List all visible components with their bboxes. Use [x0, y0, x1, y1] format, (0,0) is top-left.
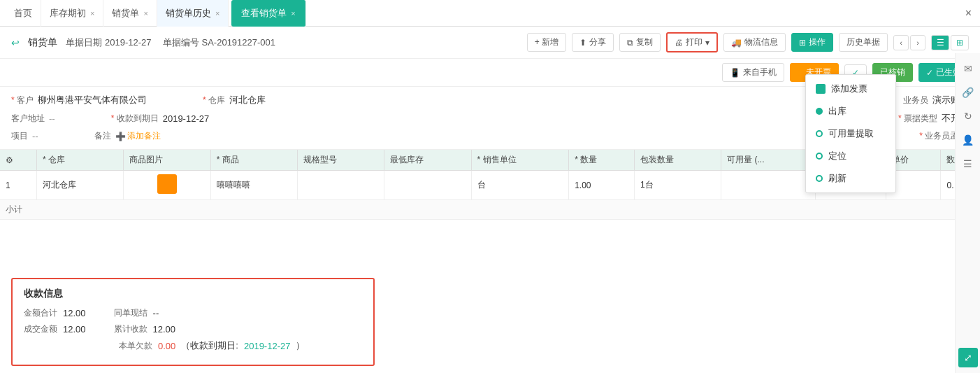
grid-view-button[interactable]: ⊞: [951, 35, 969, 50]
payment-info-border: 收款信息 金额合计 12.00 同单现结 -- 成交金额 12.00: [11, 278, 375, 366]
outbound-item[interactable]: 出库: [806, 100, 895, 122]
logistics-icon: 🚚: [731, 38, 742, 48]
payment-info-title: 收款信息: [24, 288, 362, 300]
actions-button[interactable]: ⊞ 操作: [791, 33, 833, 52]
doc-meta: 单据日期 2019-12-27 单据编号 SA-20191227-001: [66, 36, 275, 49]
project-label: 项目: [11, 130, 28, 142]
cumulative-field: 累计收款 12.00: [114, 323, 176, 335]
tab-home-label: 首页: [14, 7, 32, 20]
transaction-value: 12.00: [63, 324, 86, 335]
tab-sales-history[interactable]: 销货单历史 ×: [157, 0, 229, 27]
owed-label: 本单欠款: [119, 340, 152, 352]
tab-view-sales[interactable]: 查看销货单 ×: [231, 0, 305, 27]
add-note-button[interactable]: ➕ 添加备注: [115, 130, 161, 142]
available-qty-item[interactable]: 可用量提取: [806, 122, 895, 145]
note-label: 备注: [94, 130, 111, 142]
sidebar-link-icon[interactable]: 🔗: [958, 83, 978, 102]
tab-view-sales-label: 查看销货单: [241, 7, 287, 20]
add-icon: ➕: [115, 132, 126, 141]
sidebar-user-icon[interactable]: 👤: [958, 130, 978, 150]
tab-sales-label: 销货单: [112, 7, 139, 20]
doc-no-label: 单据编号: [163, 36, 199, 49]
toolbar: + 新增 ⬆ 分享 ⧉ 复制 🖨 打印 ▾ 🚚 物流信息: [527, 32, 969, 52]
doc-no-value: SA-20191227-001: [202, 37, 276, 48]
col-unit: * 销售单位: [471, 150, 569, 171]
tab-home[interactable]: 首页: [6, 0, 41, 27]
warehouse-label: 仓库: [203, 94, 225, 106]
owed-value: 0.00: [158, 341, 175, 351]
cumulative-value: 12.00: [153, 324, 176, 335]
sidebar-refresh-icon[interactable]: ↻: [958, 106, 978, 126]
address-field: 客户地址 --: [11, 113, 55, 125]
tab-inventory[interactable]: 库存期初 ×: [41, 0, 103, 27]
add-invoice-item[interactable]: 添加发票: [806, 78, 895, 100]
payment-row-1: 金额合计 12.00 同单现结 --: [24, 307, 362, 319]
locate-item[interactable]: 定位: [806, 145, 895, 167]
col-image: 商品图片: [124, 150, 210, 171]
doc-header: ↩ 销货单 单据日期 2019-12-27 单据编号 SA-20191227-0…: [0, 27, 980, 59]
sidebar-mail-icon[interactable]: ✉: [958, 59, 978, 78]
payment-row-3: 本单欠款 0.00 （收款到期日: 2019-12-27 ）: [24, 339, 362, 352]
doc-date-label: 单据日期: [66, 36, 102, 49]
customer-field: 客户 柳州粤港平安气体有限公司: [11, 94, 147, 106]
print-button[interactable]: 🖨 打印 ▾: [666, 32, 718, 52]
customer-value: 柳州粤港平安气体有限公司: [38, 94, 147, 106]
from-phone-button[interactable]: 📱 来自手机: [722, 63, 784, 82]
logistics-label: 物流信息: [744, 36, 778, 48]
same-order-field: 同单现结 --: [114, 307, 159, 319]
nav-arrows: ‹ ›: [893, 35, 925, 50]
refresh-item[interactable]: 刷新: [806, 167, 895, 190]
project-field: 项目 --: [11, 130, 38, 142]
share-button[interactable]: ⬆ 分享: [572, 33, 614, 52]
outbound-icon: [816, 108, 823, 115]
col-pkg-qty: 包装数量: [634, 150, 721, 171]
col-qty: * 数量: [569, 150, 635, 171]
share-icon: ⬆: [579, 38, 586, 48]
tab-inventory-close[interactable]: ×: [90, 9, 94, 17]
row-unit: 台: [471, 171, 569, 200]
col-avail: 可用量 (...: [721, 150, 816, 171]
tab-sales[interactable]: 销货单 ×: [103, 0, 157, 27]
tab-sales-close[interactable]: ×: [143, 9, 147, 17]
address-value: --: [49, 113, 55, 124]
tab-view-sales-close[interactable]: ×: [291, 9, 295, 17]
actions-dropdown: 添加发票 出库 可用量提取 定位 刷新: [805, 74, 896, 193]
doc-date-field: 单据日期 2019-12-27: [66, 36, 152, 49]
doc-type-icon: ↩: [11, 37, 20, 48]
owed-close: ）: [296, 339, 305, 352]
row-pkg-qty: 1台: [634, 171, 721, 200]
doc-no-field: 单据编号 SA-20191227-001: [163, 36, 276, 49]
total-value: 12.00: [63, 308, 86, 318]
sales-rep-label: 业务员孟: [919, 130, 958, 142]
copy-label: 复制: [636, 36, 653, 48]
available-qty-icon: [816, 130, 823, 137]
doc-date-value: 2019-12-27: [105, 37, 152, 48]
available-qty-label: 可用量提取: [828, 127, 874, 140]
next-button[interactable]: ›: [910, 35, 925, 50]
main-content: ↩ 销货单 单据日期 2019-12-27 单据编号 SA-20191227-0…: [0, 27, 980, 373]
window-close-button[interactable]: ×: [965, 7, 972, 20]
sidebar-expand-icon[interactable]: ⤢: [958, 348, 978, 367]
note-field: 备注 ➕ 添加备注: [94, 130, 161, 142]
doc-title-area: ↩ 销货单 单据日期 2019-12-27 单据编号 SA-20191227-0…: [11, 36, 275, 49]
copy-button[interactable]: ⧉ 复制: [619, 33, 661, 52]
payment-date-label: 收款到期日: [111, 113, 159, 125]
tab-sales-history-close[interactable]: ×: [215, 9, 219, 17]
row-product: 嘻嘻嘻嘻: [210, 171, 297, 200]
row-avail: [721, 171, 816, 200]
print-label: 打印: [686, 36, 702, 48]
history-button[interactable]: 历史单据: [839, 33, 888, 52]
actions-icon: ⊞: [799, 38, 806, 48]
logistics-button[interactable]: 🚚 物流信息: [723, 33, 786, 52]
list-view-button[interactable]: ☰: [931, 35, 949, 50]
view-toggles: ☰ ⊞: [931, 35, 969, 50]
col-warehouse: * 仓库: [37, 150, 124, 171]
actions-label: 操作: [809, 36, 826, 48]
prev-button[interactable]: ‹: [893, 35, 909, 50]
row-qty: 1.00: [569, 171, 635, 200]
col-spec: 规格型号: [297, 150, 384, 171]
sidebar-list-icon[interactable]: ☰: [958, 154, 978, 174]
add-button[interactable]: + 新增: [527, 33, 566, 52]
cumulative-label: 累计收款: [114, 323, 147, 335]
from-phone-label: 来自手机: [743, 66, 777, 78]
